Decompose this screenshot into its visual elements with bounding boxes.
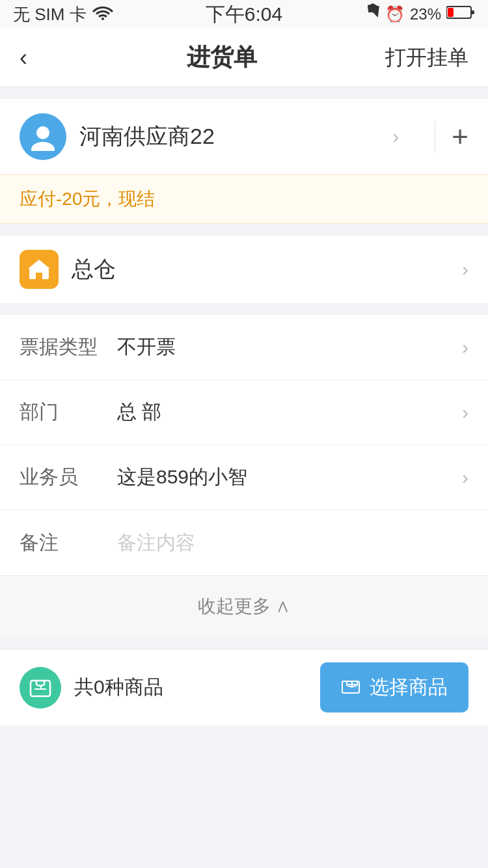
- staff-label: 业务员: [20, 464, 111, 491]
- remark-row[interactable]: 备注 备注内容: [0, 510, 488, 575]
- dept-value: 总 部: [111, 399, 462, 426]
- svg-rect-3: [471, 10, 474, 14]
- back-button[interactable]: ‹: [20, 44, 59, 72]
- nav-bar: ‹ 进货单 打开挂单: [0, 29, 488, 87]
- staff-value: 这是859的小智: [111, 464, 462, 491]
- status-right: ⏰ 23%: [366, 3, 475, 25]
- staff-arrow-icon: ›: [462, 467, 468, 489]
- status-time: 下午6:04: [206, 1, 282, 28]
- collapse-button[interactable]: 收起更多 ∧: [0, 575, 488, 637]
- remark-input[interactable]: 备注内容: [111, 530, 468, 556]
- section-gap-2: [0, 224, 488, 236]
- warehouse-name: 总仓: [72, 254, 462, 284]
- section-gap-4: [0, 637, 488, 649]
- dept-row[interactable]: 部门 总 部 ›: [0, 380, 488, 445]
- open-pending-button[interactable]: 打开挂单: [385, 44, 468, 72]
- status-left: 无 SIM 卡: [13, 3, 114, 26]
- warehouse-card[interactable]: 总仓 ›: [0, 236, 488, 303]
- remark-label: 备注: [20, 530, 111, 556]
- add-button[interactable]: +: [452, 120, 468, 153]
- warehouse-icon: [20, 250, 59, 289]
- wifi-icon: [92, 5, 114, 25]
- section-gap-3: [0, 303, 488, 315]
- supplier-row[interactable]: 河南供应商22 › +: [0, 99, 488, 174]
- carrier-text: 无 SIM 卡: [13, 3, 87, 26]
- supplier-name: 河南供应商22: [79, 122, 392, 152]
- invoice-arrow-icon: ›: [462, 336, 468, 359]
- alarm-icon: ⏰: [385, 5, 405, 23]
- svg-point-6: [31, 142, 55, 151]
- svg-rect-9: [36, 273, 42, 279]
- select-product-label: 选择商品: [370, 674, 448, 701]
- cart-icon: [341, 679, 363, 697]
- dept-arrow-icon: ›: [462, 401, 468, 424]
- warehouse-arrow-icon: ›: [462, 258, 468, 280]
- bottom-bar: 共0种商品 选择商品: [0, 649, 488, 726]
- notice-banner: 应付-20元，现结: [0, 174, 488, 224]
- page-background: [0, 726, 488, 868]
- supplier-avatar: [20, 113, 66, 160]
- svg-point-5: [36, 126, 49, 139]
- section-gap-1: [0, 87, 488, 99]
- invoice-value: 不开票: [111, 334, 462, 360]
- svg-rect-4: [448, 8, 454, 17]
- battery-icon: [446, 5, 475, 24]
- svg-point-0: [102, 18, 104, 20]
- supplier-arrow-icon: ›: [392, 126, 399, 148]
- product-count: 共0种商品: [74, 674, 320, 701]
- location-icon: [366, 3, 380, 25]
- invoice-label: 票据类型: [20, 334, 111, 360]
- form-section: 票据类型 不开票 › 部门 总 部 › 业务员 这是859的小智 › 备注 备注…: [0, 315, 488, 575]
- dept-label: 部门: [20, 399, 111, 426]
- product-icon: [20, 667, 61, 709]
- status-bar: 无 SIM 卡 下午6:04 ⏰ 23%: [0, 0, 488, 29]
- supplier-divider: [435, 120, 435, 153]
- page-title: 进货单: [187, 42, 257, 74]
- warehouse-row[interactable]: 总仓 ›: [0, 236, 488, 303]
- staff-row[interactable]: 业务员 这是859的小智 ›: [0, 445, 488, 510]
- svg-marker-8: [28, 260, 50, 269]
- battery-text: 23%: [410, 5, 441, 23]
- supplier-card: 河南供应商22 › + 应付-20元，现结: [0, 99, 488, 224]
- invoice-row[interactable]: 票据类型 不开票 ›: [0, 315, 488, 380]
- select-product-button[interactable]: 选择商品: [320, 662, 468, 712]
